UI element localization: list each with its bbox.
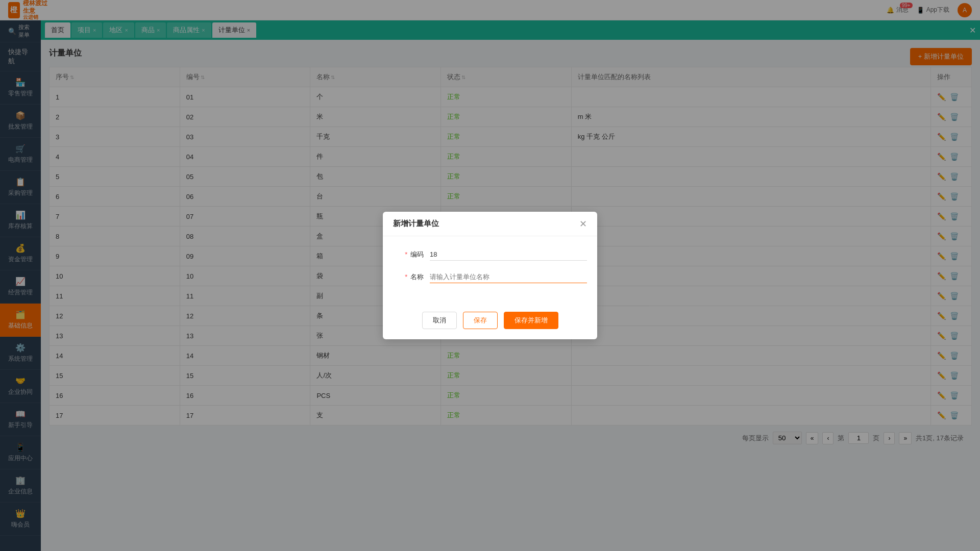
code-input[interactable] (430, 248, 587, 261)
modal-close-button[interactable]: ✕ (579, 219, 587, 229)
add-unit-modal: 新增计量单位 ✕ * 编码 * 名称 (383, 212, 597, 339)
modal-overlay[interactable]: 新增计量单位 ✕ * 编码 * 名称 (0, 0, 980, 551)
modal-footer: 取消 保存 保存并新增 (383, 306, 597, 339)
name-label: * 名称 (393, 272, 424, 282)
required-mark: * (405, 273, 407, 281)
save-button[interactable]: 保存 (463, 312, 498, 329)
form-row-code: * 编码 (393, 248, 587, 261)
code-label: * 编码 (393, 250, 424, 259)
required-mark: * (405, 251, 407, 258)
cancel-button[interactable]: 取消 (422, 312, 457, 329)
save-and-new-button[interactable]: 保存并新增 (504, 312, 558, 329)
form-row-name: * 名称 (393, 271, 587, 283)
modal-body: * 编码 * 名称 (383, 236, 597, 306)
modal-title: 新增计量单位 (393, 219, 439, 229)
app-wrapper: 橙 橙林渡过生意 云进销 🔔 消息 99+ 📱 App下载 A (0, 0, 980, 551)
modal-header: 新增计量单位 ✕ (383, 212, 597, 236)
name-input[interactable] (430, 271, 587, 283)
